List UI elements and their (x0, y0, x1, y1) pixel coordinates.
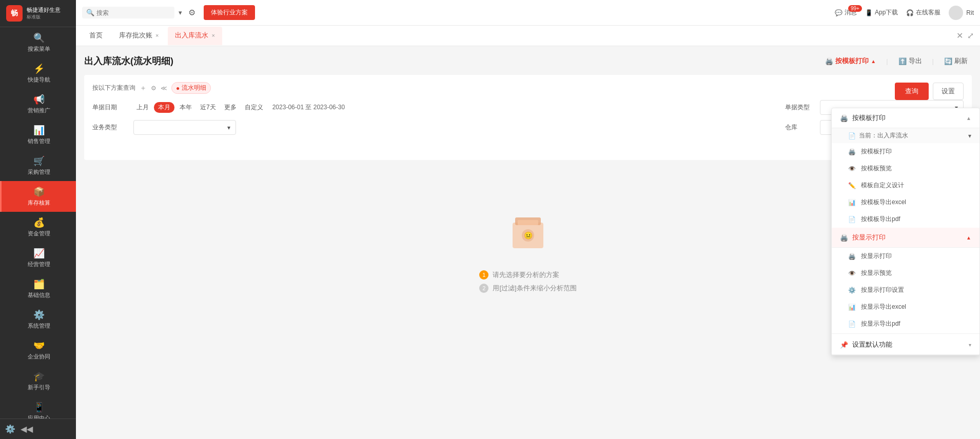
date-tab-current-year[interactable]: 本年 (177, 102, 195, 113)
pdf-icon: 📄 (848, 216, 856, 223)
tab-expand-icon[interactable]: ⤢ (967, 31, 974, 41)
search-input[interactable] (96, 9, 148, 16)
sidebar-nav: 🔍 搜索菜单 ⚡ 快捷导航 📢 营销推广 📊 销售管理 🛒 采购管理 📦 库存核… (0, 27, 76, 418)
chart-icon: 📊 (33, 125, 45, 136)
avatar (949, 6, 963, 20)
filter-label: 按以下方案查询 (92, 84, 135, 92)
sidebar-item-finance[interactable]: 💰 资金管理 (0, 212, 76, 243)
download-icon: 📱 (865, 9, 873, 16)
step1-num: 1 (479, 270, 488, 280)
app-download-btn[interactable]: 📱 App下载 (865, 8, 898, 17)
sidebar-logo: 畅 畅捷通好生意 标准版 (0, 0, 76, 27)
display-section-chevron: ▲ (966, 235, 971, 241)
search-icon: 🔍 (33, 32, 45, 44)
mobile-icon: 📱 (33, 402, 45, 413)
settings-btn[interactable]: 设置 (933, 83, 964, 100)
print-dropdown: 🖨️ 按模板打印 ▲ 📄 当前：出入库流水 ▾ 🖨️ 按模板打印 👁️ 按模板预… (831, 108, 980, 355)
page-area: 出入库流水(流水明细) 🖨️ 按模板打印 ▲ | ⬆️ 导出 | 🔄 刷新 (76, 46, 980, 439)
set-default-chevron: ▾ (969, 342, 971, 348)
divider1: | (886, 57, 888, 65)
tab-batch-account-close[interactable]: × (155, 32, 159, 38)
template-custom-item[interactable]: ✏️ 模板自定义设计 (832, 177, 979, 194)
sidebar-item-quick-nav[interactable]: ⚡ 快捷导航 (0, 58, 76, 89)
topbar-gear-icon[interactable]: ⚙ (188, 8, 195, 17)
trend-icon: 📈 (33, 248, 45, 259)
print-template-btn[interactable]: 🖨️ 按模板打印 ▲ (821, 54, 880, 68)
template-print-section-header[interactable]: 🖨️ 按模板打印 ▲ (832, 108, 979, 128)
display-print-item[interactable]: 🖨️ 按显示打印 (832, 248, 979, 265)
printer-icon: 🖨️ (825, 57, 833, 65)
biz-chevron: ▾ (227, 124, 230, 131)
sidebar-item-sales[interactable]: 📊 销售管理 (0, 119, 76, 150)
date-tab-more[interactable]: 更多 (221, 102, 240, 113)
page-title: 出入库流水(流水明细) (84, 55, 173, 67)
sidebar-item-basic[interactable]: 🗂️ 基础信息 (0, 273, 76, 304)
filter-settings-btn[interactable]: ⚙ (151, 85, 156, 92)
display-settings-icon: ⚙️ (848, 287, 856, 294)
excel-icon: 📊 (848, 199, 856, 206)
sidebar-item-guide[interactable]: 🎓 新手引导 (0, 366, 76, 396)
filter-collapse-btn[interactable]: ≪ (161, 85, 167, 92)
box-icon: 📦 (33, 186, 45, 197)
collapse-sidebar-icon[interactable]: ◀◀ (21, 424, 33, 434)
tab-batch-account[interactable]: 库存批次账 × (112, 27, 166, 45)
date-tab-custom[interactable]: 自定义 (242, 102, 266, 113)
current-chevron: ▾ (968, 132, 971, 139)
topbar: 🔍 ▾ ⚙ 体验行业方案 💬 消息 99+ 📱 App下载 🎧 在线客服 Rit (76, 0, 980, 26)
display-export-pdf-item[interactable]: 📄 按显示导出pdf (832, 315, 979, 332)
display-pdf-icon: 📄 (848, 321, 856, 328)
sidebar-item-operations[interactable]: 📈 经营管理 (0, 243, 76, 273)
template-print-section-title: 🖨️ 按模板打印 (840, 113, 886, 123)
sidebar-item-inventory[interactable]: 📦 库存核算 (0, 181, 76, 212)
template-section-chevron: ▲ (966, 115, 971, 121)
settings-icon[interactable]: ⚙️ (5, 424, 15, 434)
query-btn[interactable]: 查询 (895, 83, 929, 100)
search-dropdown-icon[interactable]: ▾ (179, 9, 182, 16)
sidebar-item-search[interactable]: 🔍 搜索菜单 (0, 27, 76, 58)
set-default-title: 📌 设置默认功能 (840, 340, 892, 349)
date-range: 2023-06-01 至 2023-06-30 (272, 103, 345, 112)
sidebar-item-marketing[interactable]: 📢 营销推广 (0, 89, 76, 119)
sidebar-item-system[interactable]: ⚙️ 系统管理 (0, 304, 76, 335)
date-tab-current-month[interactable]: 本月 (154, 102, 174, 113)
graduation-icon: 🎓 (33, 371, 45, 382)
page-header: 出入库流水(流水明细) 🖨️ 按模板打印 ▲ | ⬆️ 导出 | 🔄 刷新 (84, 54, 972, 68)
date-tab-7days[interactable]: 近7天 (197, 102, 219, 113)
dropdown-divider (832, 333, 979, 334)
set-default-section[interactable]: 📌 设置默认功能 ▾ (832, 335, 979, 355)
export-btn[interactable]: ⬆️ 导出 (894, 54, 926, 68)
template-print-item[interactable]: 🖨️ 按模板打印 (832, 143, 979, 160)
date-tabs: 上月 本月 本年 近7天 更多 自定义 2023-06-01 至 2023-06… (133, 102, 345, 113)
current-doc-icon: 📄 (848, 132, 856, 139)
date-tab-prev-month[interactable]: 上月 (133, 102, 152, 113)
topbar-search-box[interactable]: 🔍 (82, 7, 174, 18)
headphone-icon: 🎧 (906, 9, 914, 16)
biz-type-select[interactable]: ▾ (133, 120, 236, 135)
display-print-section-header[interactable]: 🖨️ 按显示打印 ▲ (832, 228, 979, 248)
display-print-settings-item[interactable]: ⚙️ 按显示打印设置 (832, 282, 979, 298)
refresh-btn[interactable]: 🔄 刷新 (940, 54, 972, 68)
tab-home[interactable]: 首页 (82, 27, 110, 45)
template-export-excel-item[interactable]: 📊 按模板导出excel (832, 194, 979, 211)
online-service-btn[interactable]: 🎧 在线客服 (906, 8, 940, 17)
sidebar-item-corp[interactable]: 🤝 企业协同 (0, 335, 76, 366)
biz-type-label: 业务类型 (92, 123, 123, 132)
tab-close-all-icon[interactable]: ✕ (956, 31, 963, 41)
sidebar-item-purchase[interactable]: 🛒 采购管理 (0, 150, 76, 181)
display-export-excel-item[interactable]: 📊 按显示导出excel (832, 298, 979, 315)
filter-add-btn[interactable]: ＋ (140, 84, 147, 93)
template-export-pdf-item[interactable]: 📄 按模板导出pdf (832, 211, 979, 228)
message-btn[interactable]: 💬 消息 99+ (835, 8, 857, 17)
template-preview-item[interactable]: 👁️ 按模板预览 (832, 160, 979, 177)
filter-header: 按以下方案查询 ＋ ⚙ ≪ ● 流水明细 (92, 82, 211, 94)
display-preview-icon: 👁️ (848, 270, 856, 277)
filter-action-btns: 查询 设置 (895, 83, 964, 100)
sidebar-item-apps[interactable]: 📱 应用中心 (0, 396, 76, 418)
display-preview-item[interactable]: 👁️ 按显示预览 (832, 265, 979, 282)
trial-btn[interactable]: 体验行业方案 (204, 5, 255, 20)
cart-icon: 🛒 (33, 155, 45, 167)
sidebar-bottom: ⚙️ ◀◀ (0, 418, 76, 439)
tab-flow[interactable]: 出入库流水 × (168, 27, 222, 45)
user-area[interactable]: Rit (949, 6, 974, 20)
tab-flow-close[interactable]: × (211, 32, 214, 38)
